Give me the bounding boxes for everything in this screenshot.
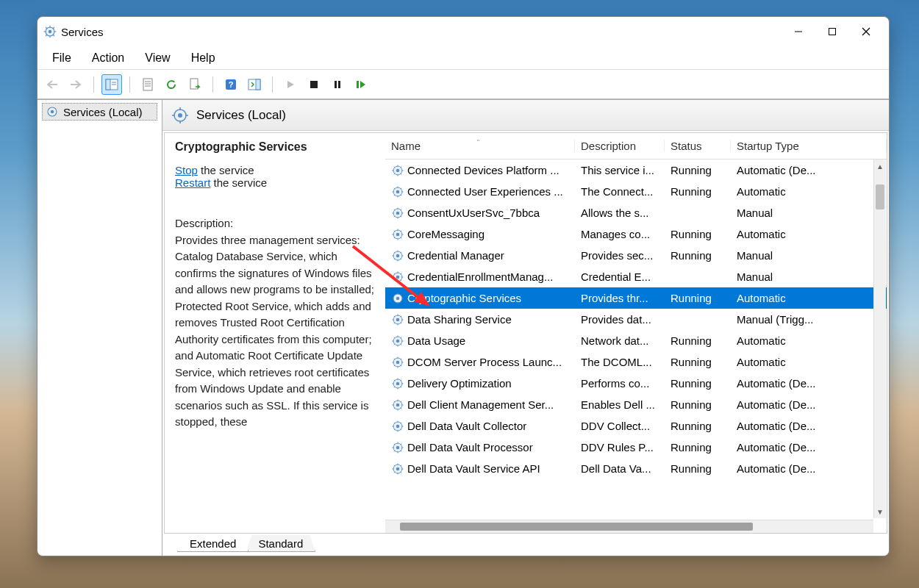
column-name[interactable]: Name [385,140,575,152]
svg-line-7 [53,35,54,36]
restart-service-button[interactable] [351,74,371,95]
cell-description: Credential E... [575,270,665,283]
service-row[interactable]: Dell Data Vault Service APIDell Data Va.… [385,458,887,479]
service-row[interactable]: Credential ManagerProvides sec...Running… [385,245,887,266]
cell-startup: Automatic (De... [731,420,887,432]
service-row[interactable]: Dell Data Vault CollectorDDV Collect...R… [385,415,887,437]
svg-point-60 [396,211,400,215]
menu-file[interactable]: File [42,49,82,68]
cell-name: Dell Client Management Ser... [385,398,575,412]
cell-description: Provides thr... [575,292,665,304]
gear-icon [171,107,189,124]
back-button [42,74,62,95]
help-button[interactable]: ? [221,74,241,95]
cell-description: Provides sec... [575,249,665,262]
tree-root-services-local[interactable]: Services (Local) [42,103,157,121]
cell-name: CredentialEnrollmentManag... [385,270,575,284]
properties-button[interactable] [137,74,158,95]
pause-service-button[interactable] [327,74,348,95]
column-startup-type[interactable]: Startup Type [731,140,887,152]
cell-name: DCOM Server Process Launc... [385,356,575,369]
services-icon [43,25,57,38]
scroll-up-arrow[interactable]: ▲ [874,159,886,173]
scroll-down-arrow[interactable]: ▼ [874,505,886,518]
cell-description: The DCOML... [575,356,665,368]
cell-status: Running [665,228,731,240]
cell-description: The Connect... [575,185,665,198]
svg-point-180 [396,467,400,470]
svg-point-120 [396,339,400,343]
cell-startup: Automatic (De... [731,398,887,411]
gear-icon [391,356,404,369]
cell-status: Running [665,249,731,262]
tree-root-label: Services (Local) [63,106,143,118]
stop-service-link[interactable]: Stop [175,164,198,176]
svg-point-40 [396,168,400,172]
svg-point-150 [396,403,400,406]
show-hide-action-pane-button[interactable] [244,74,265,95]
hscroll-thumb[interactable] [400,523,753,531]
gear-icon [391,441,404,454]
svg-point-1 [49,30,52,34]
service-row[interactable]: Dell Client Management Ser...Enables Del… [385,394,887,415]
stop-service-button[interactable] [304,74,324,95]
cell-name: ConsentUxUserSvc_7bbca [385,207,575,220]
service-row[interactable]: Dell Data Vault ProcessorDDV Rules P...R… [385,437,887,458]
gear-icon [391,164,404,177]
svg-rect-28 [335,81,337,88]
main-body: Cryptographic Services Stop the service … [164,132,887,534]
menu-help[interactable]: Help [181,49,226,68]
cell-name: CoreMessaging [385,228,575,241]
service-row[interactable]: Data UsageNetwork dat...RunningAutomatic [385,330,887,351]
content-area: Services (Local) Services (Local) Crypto… [37,99,889,556]
vertical-scrollbar[interactable]: ▲ ▼ [873,159,886,518]
detail-panel: Cryptographic Services Stop the service … [165,133,385,533]
service-row[interactable]: Connected Devices Platform ...This servi… [385,159,887,181]
cell-name: Data Sharing Service [385,313,575,326]
service-row[interactable]: Connected User Experiences ...The Connec… [385,181,887,202]
service-row[interactable]: ConsentUxUserSvc_7bbcaAllows the s...Man… [385,202,887,223]
forward-button [65,74,86,95]
service-row[interactable]: Data Sharing ServiceProvides dat...Manua… [385,309,887,330]
cell-description: Network dat... [575,334,665,347]
svg-point-90 [396,275,400,279]
cell-description: Provides dat... [575,313,665,326]
cell-name: Connected User Experiences ... [385,185,575,198]
column-status[interactable]: Status [665,140,731,152]
cell-name: Dell Data Vault Collector [385,420,575,433]
menu-view[interactable]: View [135,49,180,68]
column-description[interactable]: Description [575,140,665,152]
refresh-button[interactable] [161,74,182,95]
separator [129,76,130,93]
service-row[interactable]: CredentialEnrollmentManag...Credential E… [385,266,887,287]
tab-extended[interactable]: Extended [177,535,248,552]
cell-name: Data Usage [385,334,575,348]
cell-startup: Automatic (De... [731,164,887,176]
selected-service-name: Cryptographic Services [175,140,375,154]
export-list-button[interactable] [185,74,205,95]
main-panel: Services (Local) Cryptographic Services … [162,100,889,556]
maximize-button[interactable] [815,20,849,43]
toolbar: ? [37,70,889,99]
cell-startup: Automatic [731,185,887,198]
svg-point-130 [396,360,400,364]
cell-description: This service i... [575,164,665,176]
scroll-thumb[interactable] [876,184,884,209]
service-row[interactable]: DCOM Server Process Launc...The DCOML...… [385,351,887,373]
cell-name: Dell Data Vault Processor [385,441,575,454]
service-row[interactable]: Cryptographic ServicesProvides thr...Run… [385,287,887,309]
show-hide-tree-button[interactable] [101,74,122,95]
service-row[interactable]: Delivery OptimizationPerforms co...Runni… [385,373,887,394]
svg-rect-30 [357,81,359,88]
service-row[interactable]: CoreMessagingManages co...RunningAutomat… [385,223,887,245]
cell-name: Delivery Optimization [385,377,575,390]
tab-standard[interactable]: Standard [246,535,315,552]
menu-action[interactable]: Action [82,49,135,68]
svg-point-100 [396,296,400,300]
minimize-button[interactable] [782,20,815,43]
close-button[interactable] [849,20,883,43]
titlebar[interactable]: Services [37,17,889,46]
restart-service-link[interactable]: Restart [175,176,210,189]
gear-icon [391,398,404,412]
horizontal-scrollbar[interactable] [385,520,873,533]
